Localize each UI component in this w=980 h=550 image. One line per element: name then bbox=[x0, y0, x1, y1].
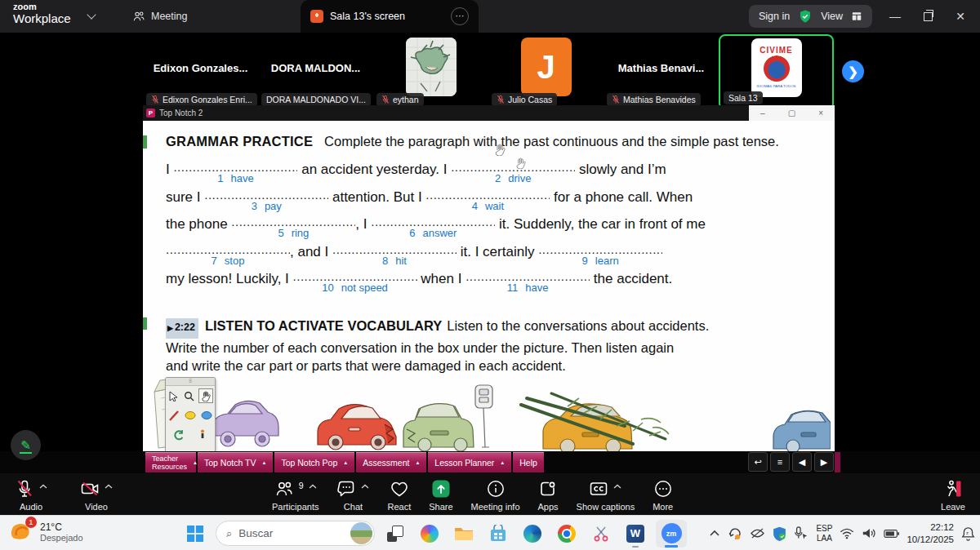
audio-track-badge[interactable]: ▶2:22 bbox=[166, 318, 198, 339]
audio-button[interactable]: Audio bbox=[15, 479, 47, 512]
fill-in-blank[interactable]: ........................................… bbox=[538, 242, 662, 256]
book-tab-teacher-resources[interactable]: Teacher Resources▲ bbox=[145, 452, 196, 472]
tray-expand-icon[interactable] bbox=[709, 530, 720, 537]
book-tab-top-notch-tv[interactable]: Top Notch TV▲ bbox=[198, 452, 273, 472]
share-button[interactable]: Share bbox=[429, 479, 452, 512]
participant-tile[interactable]: Mathias Benavi...Mathias Benavides bbox=[604, 34, 719, 110]
info-button[interactable]: Meeting info bbox=[471, 479, 520, 512]
participant-tile[interactable]: JJulio Casas bbox=[488, 34, 604, 110]
window-minimize-button[interactable]: — bbox=[879, 0, 911, 33]
fill-in-blank[interactable]: ........................................… bbox=[451, 160, 575, 174]
search-daily-image[interactable] bbox=[350, 522, 372, 544]
index-button[interactable]: ≡ bbox=[770, 452, 790, 472]
start-button[interactable] bbox=[181, 520, 209, 548]
blank-hint: 5ring bbox=[231, 227, 355, 239]
participants-button[interactable]: 9Participants bbox=[272, 479, 318, 512]
book-tab-lesson-planner[interactable]: Lesson Planner▲ bbox=[428, 452, 511, 472]
tab-options-icon[interactable]: ⋯ bbox=[451, 7, 469, 25]
fill-in-blank[interactable]: ........................................… bbox=[166, 242, 290, 256]
battery-icon[interactable] bbox=[884, 529, 899, 539]
fill-in-blank[interactable]: ........................................… bbox=[204, 188, 328, 202]
react-button[interactable]: React bbox=[387, 479, 411, 512]
chevron-up-icon[interactable] bbox=[309, 484, 317, 489]
chat-button[interactable]: Chat bbox=[336, 479, 369, 512]
tab-shared-screen[interactable]: Sala 13's screen ⋯ bbox=[301, 0, 479, 33]
fill-in-blank[interactable]: ........................................… bbox=[231, 215, 355, 228]
video-button[interactable]: Video bbox=[80, 479, 113, 512]
chevron-up-icon[interactable] bbox=[105, 484, 113, 489]
undo-tool[interactable] bbox=[172, 428, 185, 441]
voice-access-icon[interactable] bbox=[794, 526, 808, 541]
shared-close-button[interactable]: × bbox=[818, 109, 823, 118]
participant-tile[interactable]: CIVIMEIDIOMAS PARA TODOSSala 13 bbox=[719, 34, 834, 110]
file-explorer-button[interactable] bbox=[450, 520, 478, 548]
apps-button[interactable]: Apps bbox=[538, 479, 559, 512]
window-close-button[interactable]: ✕ bbox=[944, 0, 977, 33]
tray-time: 22:12 bbox=[906, 521, 954, 534]
fill-in-blank[interactable]: ........................................… bbox=[371, 215, 495, 228]
task-view-button[interactable] bbox=[381, 520, 409, 548]
edge-icon bbox=[523, 525, 541, 543]
fill-in-blank[interactable]: ........................................… bbox=[332, 242, 457, 256]
pen-tool[interactable] bbox=[167, 409, 180, 422]
info-icon bbox=[486, 479, 506, 499]
next-participants-button[interactable]: ❯ bbox=[842, 60, 864, 82]
window-maximize-button[interactable] bbox=[911, 0, 944, 33]
book-tab-assessment[interactable]: Assessment▲ bbox=[356, 452, 426, 472]
leave-button[interactable]: Leave bbox=[941, 479, 965, 512]
mic-off-icon bbox=[612, 95, 620, 104]
security-shield-icon[interactable] bbox=[773, 526, 786, 541]
eraser-tool[interactable] bbox=[200, 409, 213, 422]
chevron-up-icon[interactable] bbox=[361, 484, 369, 489]
edge-button[interactable] bbox=[519, 520, 546, 548]
view-button[interactable]: View bbox=[821, 11, 843, 22]
copilot-button[interactable] bbox=[416, 520, 443, 548]
language-indicator[interactable]: ESP LAA bbox=[816, 524, 832, 543]
pointer-figure-tool[interactable] bbox=[196, 428, 209, 441]
chevron-down-icon[interactable] bbox=[87, 10, 96, 19]
weather-widget[interactable]: 1 21°C Despejado bbox=[8, 519, 83, 545]
volume-icon[interactable] bbox=[862, 527, 876, 539]
more-button[interactable]: More bbox=[653, 479, 673, 512]
chevron-up-icon[interactable] bbox=[613, 484, 621, 489]
book-tab-top-notch-pop[interactable]: Top Notch Pop▲ bbox=[274, 452, 354, 472]
highlighter-tool[interactable] bbox=[184, 409, 197, 422]
cursor-tool[interactable] bbox=[167, 389, 180, 402]
book-tab-help[interactable]: Help bbox=[513, 452, 544, 472]
prev-page-button[interactable]: ◀ bbox=[792, 452, 812, 472]
shared-min-button[interactable]: – bbox=[760, 109, 765, 118]
snipping-tool-button[interactable] bbox=[587, 520, 615, 548]
sign-in-button[interactable]: Sign in bbox=[759, 11, 790, 22]
search-input[interactable]: ⌕ Buscar bbox=[216, 521, 375, 546]
participant-tile[interactable]: Edixon Gonzales...Edixon Gonzales Enri..… bbox=[143, 34, 258, 110]
captions-button[interactable]: Show captions bbox=[577, 479, 635, 512]
hint-word: pay bbox=[265, 200, 282, 212]
shared-max-button[interactable]: ▢ bbox=[788, 109, 795, 118]
palette-titlebar[interactable]: ⠿ bbox=[166, 378, 215, 386]
participant-tile[interactable]: DORA MALDON...DORA MALDONADO VI... bbox=[258, 34, 373, 110]
toolbar-label: Meeting info bbox=[471, 502, 520, 512]
participant-tile[interactable]: eythan bbox=[373, 34, 488, 110]
update-sync-icon[interactable] bbox=[728, 526, 742, 541]
hand-tool[interactable] bbox=[198, 388, 213, 403]
zoom-tool[interactable] bbox=[183, 389, 196, 402]
wifi-icon[interactable] bbox=[840, 528, 854, 539]
hint-number: 1 bbox=[217, 172, 223, 184]
tab-meeting[interactable]: Meeting bbox=[124, 0, 195, 33]
fill-in-blank[interactable]: ........................................… bbox=[425, 188, 550, 202]
back-arrow-button[interactable]: ↩ bbox=[748, 452, 768, 472]
clock[interactable]: 22:12 10/12/2025 bbox=[906, 521, 954, 546]
chrome-button[interactable] bbox=[553, 520, 581, 548]
fill-in-blank[interactable]: ........................................… bbox=[173, 160, 297, 174]
annotate-button[interactable]: ✎ bbox=[11, 430, 41, 460]
microsoft-store-button[interactable] bbox=[484, 520, 512, 548]
fill-in-blank[interactable]: ........................................… bbox=[466, 269, 590, 283]
chevron-up-icon[interactable] bbox=[39, 484, 47, 489]
next-page-button[interactable]: ▶ bbox=[814, 452, 834, 472]
hidden-icons-eye-icon[interactable] bbox=[750, 527, 765, 539]
chat-icon bbox=[336, 479, 356, 499]
word-button[interactable]: W bbox=[621, 520, 649, 548]
notification-bell-icon[interactable]: z bbox=[961, 526, 975, 541]
fill-in-blank[interactable]: ........................................… bbox=[293, 269, 417, 283]
zoom-app-button[interactable]: zm bbox=[656, 520, 687, 548]
